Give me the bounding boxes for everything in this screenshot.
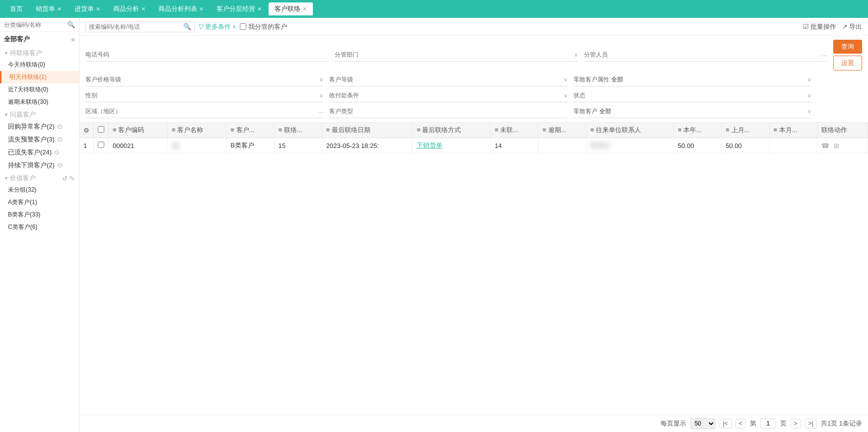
filter-row-2: 客户价格等级 ∨ 客户等级 ∨ 零散客户属性 全部 ∨	[85, 73, 862, 86]
nav-purchase[interactable]: 进货单 ✕	[69, 2, 106, 15]
sidebar-collapse-icon[interactable]: «	[71, 35, 75, 43]
sidebar-item-unclassified[interactable]: 未分组(32)	[0, 184, 79, 196]
filter-panel: 电话号码 分管部门 ∨ 分管人员 ··· 查询 设置 客户价格等级	[79, 36, 868, 123]
close-customer-tier-icon[interactable]: ✕	[257, 6, 262, 12]
dept-dropdown-icon[interactable]: ∨	[574, 52, 578, 58]
td-last-contact-method[interactable]: 下销货单	[413, 138, 491, 153]
nav-sales[interactable]: 销货单 ✕	[30, 2, 68, 15]
settings-button[interactable]: 设置	[833, 56, 862, 71]
th-this-month: ≡ 本月...	[769, 123, 817, 138]
retail-attr-dropdown-icon[interactable]: ∨	[807, 76, 811, 83]
nav-home[interactable]: 首页	[4, 2, 29, 15]
td-last-month: 50.00	[722, 138, 769, 153]
payment-field: 收付款条件 ∨	[329, 89, 567, 102]
table-footer: 每页显示 50 100 200 |< < 第 页 > >| 共1页 1条记录	[79, 415, 868, 432]
price-level-dropdown-icon[interactable]: ∨	[319, 76, 323, 83]
gear-icon[interactable]: ⚙	[83, 127, 89, 134]
person-more-icon[interactable]: ···	[821, 51, 827, 59]
td-checkbox	[94, 138, 109, 153]
sidebar-search-area: 🔍	[0, 18, 79, 32]
th-type: ≡ 客户...	[226, 123, 274, 138]
sidebar-item-class-a[interactable]: A类客户(1)	[0, 196, 79, 209]
refresh-icon[interactable]: ↺	[62, 175, 68, 182]
sidebar-item-tomorrow[interactable]: 明天待联络(1)	[0, 71, 79, 83]
sidebar: 🔍 全部客户 « 待联络客户 今天待联络(0) 明天待联络(1) 近7天待联络(…	[0, 18, 79, 432]
gender-dropdown-icon[interactable]: ∨	[319, 92, 323, 99]
td-no-contact: 14	[491, 138, 538, 153]
sidebar-item-lost-risk[interactable]: 流失预警客户(3) ⊙	[0, 133, 79, 146]
export-icon: ↗	[842, 23, 848, 30]
td-action: ☎ ⊞	[817, 138, 868, 153]
close-analysis-table-icon[interactable]: ✕	[199, 6, 204, 12]
status-field: 状态 ∨	[574, 89, 811, 102]
more-filter-btn[interactable]: ▽ 更多条件 ∧	[199, 22, 236, 31]
sidebar-item-class-c[interactable]: C类客户(6)	[0, 221, 79, 233]
sidebar-item-lost[interactable]: 已流失客户(24) ⊙	[0, 146, 79, 159]
close-analysis-icon[interactable]: ✕	[141, 6, 145, 12]
first-page-btn[interactable]: |<	[720, 419, 731, 429]
nav-customer-contact[interactable]: 客户联络 ✕	[269, 2, 313, 15]
search-bar: 🔍 ▽ 更多条件 ∧ 我分管的客户 ☑ 批量操作 ↗ 导出	[79, 18, 868, 36]
sidebar-search-input[interactable]	[4, 21, 65, 28]
th-unit-contact: ≡ 往来单位联系人	[586, 123, 673, 138]
close-sales-icon[interactable]: ✕	[57, 6, 62, 12]
retail-customer-dropdown-icon[interactable]: ∨	[807, 108, 811, 115]
select-all-checkbox[interactable]	[98, 126, 104, 133]
my-customers-checkbox[interactable]	[240, 23, 246, 30]
sidebar-item-week[interactable]: 近7天待联络(0)	[0, 83, 79, 96]
region-more-icon[interactable]: ···	[318, 108, 324, 116]
th-action: 联络动作	[817, 123, 868, 138]
contact-method-link[interactable]: 下销货单	[417, 142, 442, 149]
sidebar-item-class-b[interactable]: B类客户(33)	[0, 209, 79, 221]
chevron-up-icon: ∧	[232, 24, 236, 29]
status-dropdown-icon[interactable]: ∨	[807, 92, 811, 99]
filter-actions: 查询 设置	[833, 40, 862, 71]
td-last-contact-date: 2023-05-23 18:25:	[322, 138, 412, 153]
last-page-btn[interactable]: >|	[805, 419, 817, 429]
filter-row-1: 电话号码 分管部门 ∨ 分管人员 ··· 查询 设置	[85, 40, 862, 71]
close-purchase-icon[interactable]: ✕	[96, 6, 100, 12]
top-nav: 首页 销货单 ✕ 进货单 ✕ 商品分析 ✕ 商品分析列表 ✕ 客户分层经营 ✕ …	[0, 0, 868, 18]
nav-analysis[interactable]: 商品分析 ✕	[107, 2, 151, 15]
sidebar-all-customers[interactable]: 全部客户 «	[0, 32, 79, 47]
filter-row-3: 性别 ∨ 收付款条件 ∨ 状态 ∨	[85, 89, 862, 102]
action-phone-icon[interactable]: ☎	[821, 142, 829, 149]
th-gear[interactable]: ⚙	[79, 123, 94, 138]
next-page-btn[interactable]: >	[791, 419, 801, 429]
query-button[interactable]: 查询	[833, 40, 862, 54]
nav-analysis-table[interactable]: 商品分析列表 ✕	[152, 2, 210, 15]
batch-operations-btn[interactable]: ☑ 批量操作	[803, 22, 836, 31]
th-overdue: ≡ 逾期...	[538, 123, 586, 138]
td-contact: 15	[274, 138, 322, 153]
export-btn[interactable]: ↗ 导出	[842, 22, 862, 31]
nav-customer-tier[interactable]: 客户分层经营 ✕	[211, 2, 268, 15]
pending-group-title: 待联络客户	[0, 47, 79, 59]
sidebar-item-repurchase-abnormal[interactable]: 回购异常客户(2) ⊙	[0, 120, 79, 133]
edit-icon[interactable]: ✎	[70, 175, 75, 182]
content-area: 🔍 ▽ 更多条件 ∧ 我分管的客户 ☑ 批量操作 ↗ 导出	[79, 18, 868, 432]
page-input[interactable]	[760, 419, 776, 429]
sidebar-item-today[interactable]: 今天待联络(0)	[0, 59, 79, 71]
page-size-select[interactable]: 50 100 200	[690, 418, 716, 429]
close-customer-contact-icon[interactable]: ✕	[302, 6, 307, 12]
td-this-month	[769, 138, 817, 153]
sidebar-item-consecutive-decline[interactable]: 持续下滑客户(2) ⊙	[0, 159, 79, 172]
action-grid-icon[interactable]: ⊞	[834, 142, 839, 149]
payment-dropdown-icon[interactable]: ∨	[564, 92, 568, 99]
main-search-icon[interactable]: 🔍	[183, 23, 191, 30]
main-search-input[interactable]	[89, 23, 181, 30]
sidebar-item-overdue[interactable]: 逾期未联络(30)	[0, 96, 79, 108]
customer-type-field: 客户类型	[329, 105, 567, 118]
problem-group-title: 问题客户	[0, 108, 79, 120]
price-level-field: 客户价格等级 ∨	[85, 73, 323, 86]
prev-page-btn[interactable]: <	[735, 419, 746, 429]
search-input-wrap: 🔍	[85, 21, 195, 32]
sidebar-search-icon[interactable]: 🔍	[67, 21, 75, 28]
td-type: B类客户	[226, 138, 274, 153]
th-last-contact-method: ≡ 最后联络方式	[413, 123, 491, 138]
row-checkbox[interactable]	[98, 142, 104, 148]
th-no-contact: ≡ 未联...	[491, 123, 538, 138]
th-checkbox	[94, 123, 109, 138]
customer-level-dropdown-icon[interactable]: ∨	[564, 76, 568, 83]
retail-customer-field: 零散客户 全部 ∨	[574, 105, 811, 118]
